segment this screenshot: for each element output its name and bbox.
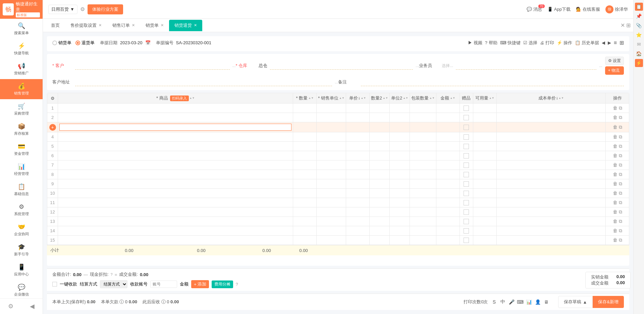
cell-qty2-7[interactable] [369, 161, 389, 170]
online-service-btn[interactable]: 💁 在线客服 [576, 6, 600, 12]
collapse-icon[interactable]: ◀ [29, 301, 36, 311]
delete-row-14[interactable]: 🗑 [613, 228, 618, 234]
cell-amount-13[interactable] [436, 217, 460, 226]
cell-amount-4[interactable] [436, 132, 460, 142]
cell-product-8[interactable] [58, 170, 293, 179]
cell-price-4[interactable] [346, 132, 369, 142]
right-panel-star-icon[interactable]: ⭐ [635, 31, 643, 39]
cell-product-12[interactable] [58, 207, 293, 217]
prev-btn[interactable]: ◀ [602, 40, 605, 45]
cell-unit-4[interactable] [317, 132, 346, 142]
gift-checkbox-10[interactable] [464, 191, 469, 196]
cell-pack-12[interactable] [410, 207, 436, 217]
tab-close-1[interactable]: ✕ [99, 23, 102, 27]
cell-qty-15[interactable] [293, 236, 317, 245]
scan-button[interactable]: 扫码录入 [170, 96, 189, 101]
app-download-btn[interactable]: 📱 App下载 [547, 6, 571, 12]
cell-amount-9[interactable] [436, 179, 460, 189]
cell-qty2-10[interactable] [369, 189, 389, 198]
cell-qty-6[interactable] [293, 151, 317, 161]
gift-checkbox-1[interactable] [464, 106, 469, 111]
cell-avail-11[interactable] [473, 198, 496, 207]
cell-pack-2[interactable] [410, 113, 436, 122]
tab-close-2[interactable]: ✕ [132, 23, 135, 27]
sidebar-item-7[interactable]: 📊经营管理 [0, 160, 43, 180]
cell-gift-5[interactable] [460, 142, 473, 151]
cell-gift-10[interactable] [460, 189, 473, 198]
cell-unit2-1[interactable] [389, 104, 410, 113]
copy-row-11[interactable]: ⧉ [619, 200, 622, 205]
select-btn[interactable]: ☑ 选择 [523, 40, 537, 46]
cell-avail-12[interactable] [473, 207, 496, 217]
cell-qty-7[interactable] [293, 161, 317, 170]
cell-qty-11[interactable] [293, 198, 317, 207]
cell-unit2-6[interactable] [389, 151, 410, 161]
cell-gift-14[interactable] [460, 226, 473, 236]
add-expense-btn[interactable]: + 添加 [191, 280, 209, 288]
cell-price-9[interactable] [346, 179, 369, 189]
cell-unit-3[interactable] [317, 122, 346, 132]
sidebar-item-5[interactable]: 📦库存核算 [0, 119, 43, 139]
cell-amount-3[interactable] [436, 122, 460, 132]
cell-price-14[interactable] [346, 226, 369, 236]
cell-avail-6[interactable] [473, 151, 496, 161]
cell-gift-12[interactable] [460, 207, 473, 217]
cell-amount-8[interactable] [436, 170, 460, 179]
cell-price-12[interactable] [346, 207, 369, 217]
cell-qty2-6[interactable] [369, 151, 389, 161]
radio-sales[interactable]: 销货单 [52, 40, 71, 46]
user-menu[interactable]: 徐 徐泽华 [605, 5, 628, 13]
cell-qty-14[interactable] [293, 226, 317, 236]
cell-pack-5[interactable] [410, 142, 436, 151]
sidebar-item-13[interactable]: 💬企业微信 [0, 280, 43, 298]
cell-qty-5[interactable] [293, 142, 317, 151]
cell-pack-4[interactable] [410, 132, 436, 142]
delete-row-3[interactable]: 🗑 [613, 124, 618, 130]
tab-4[interactable]: 销货退货✕ [169, 20, 202, 31]
cell-cost-13[interactable] [496, 217, 605, 226]
cell-qty2-12[interactable] [369, 207, 389, 217]
cell-unit2-11[interactable] [389, 198, 410, 207]
cell-unit-12[interactable] [317, 207, 346, 217]
cell-pack-8[interactable] [410, 170, 436, 179]
cell-qty-9[interactable] [293, 179, 317, 189]
topbar-settings-icon[interactable]: ⚙ [80, 6, 85, 12]
copy-row-12[interactable]: ⧉ [619, 209, 622, 215]
cell-avail-2[interactable] [473, 113, 496, 122]
gift-checkbox-12[interactable] [464, 209, 469, 215]
cell-product-15[interactable] [58, 236, 293, 245]
cell-qty-12[interactable] [293, 207, 317, 217]
delete-row-8[interactable]: 🗑 [613, 172, 618, 177]
sidebar-item-10[interactable]: 🤝企业协同 [0, 220, 43, 240]
cell-gift-9[interactable] [460, 179, 473, 189]
cell-pack-7[interactable] [410, 161, 436, 170]
cell-pack-14[interactable] [410, 226, 436, 236]
sort-icon-product[interactable]: ▲▼ [190, 97, 195, 100]
delete-row-6[interactable]: 🗑 [613, 153, 618, 159]
cell-pack-13[interactable] [410, 217, 436, 226]
video-btn[interactable]: ▶ 视频 [468, 40, 482, 46]
cell-amount-5[interactable] [436, 142, 460, 151]
delete-row-13[interactable]: 🗑 [613, 218, 618, 224]
cell-amount-14[interactable] [436, 226, 460, 236]
cell-unit2-7[interactable] [389, 161, 410, 170]
cell-qty-1[interactable] [293, 104, 317, 113]
view1-btn[interactable]: ≡ [614, 40, 617, 46]
cell-unit2-5[interactable] [389, 142, 410, 151]
next-btn[interactable]: ▶ [608, 40, 611, 45]
cell-cost-6[interactable] [496, 151, 605, 161]
cell-qty-2[interactable] [293, 113, 317, 122]
help-btn[interactable]: ? 帮助 [485, 40, 497, 46]
sidebar-item-12[interactable]: 📱应用中心 [0, 260, 43, 280]
cell-unit-13[interactable] [317, 217, 346, 226]
copy-row-3[interactable]: ⧉ [619, 124, 622, 130]
cell-qty2-1[interactable] [369, 104, 389, 113]
settings-icon[interactable]: ⚙ [7, 301, 15, 311]
sort-icon-amount[interactable]: ▲▼ [450, 97, 455, 100]
cell-gift-15[interactable] [460, 236, 473, 245]
cell-qty-3[interactable] [293, 122, 317, 132]
delete-row-10[interactable]: 🗑 [613, 190, 618, 196]
cell-unit2-4[interactable] [389, 132, 410, 142]
gift-checkbox-8[interactable] [464, 172, 469, 177]
cell-product-1[interactable] [58, 104, 293, 113]
